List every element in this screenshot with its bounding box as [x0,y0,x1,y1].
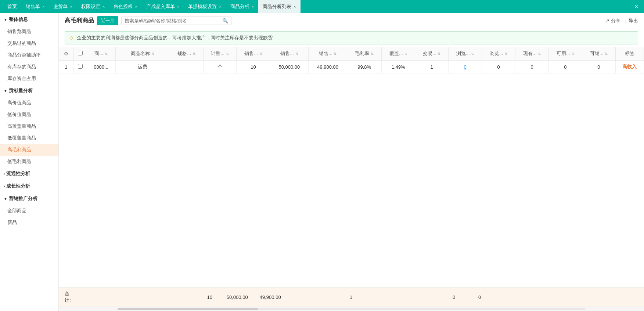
close-roles-icon[interactable]: × [135,4,137,9]
sidebar-item-high-freq[interactable]: 高覆盖量商品 [0,120,58,132]
col-sellable[interactable]: 可销... ⇅ [582,47,615,60]
cell-checkbox[interactable] [73,60,87,73]
filter-recent-month-button[interactable]: 近一月 [97,16,118,25]
scrollbar-track[interactable] [118,308,585,310]
sort-current-icon: ⇅ [538,52,541,56]
info-banner: ◇ 企业的主要的利润都是这部分商品品创造的，可考虑加大推广，同时关注库存是不要出… [65,31,638,44]
export-button[interactable]: ↓ 导出 [625,18,638,24]
search-input[interactable] [125,18,222,23]
sort-sales-cost-icon: ⇅ [334,52,337,56]
close-purchase-icon[interactable]: × [70,4,72,9]
sidebar-group-growth[interactable]: › 成长性分析 [0,180,58,192]
col-sales-cost[interactable]: 销售... ⇅ [309,47,347,60]
close-sales-icon[interactable]: × [42,4,44,9]
cell-sellable: 0 [582,60,615,73]
sidebar-group-wealth[interactable]: ▼ 贡献量分析 [0,84,58,97]
col-current[interactable]: 现有... ⇅ [515,47,549,60]
sort-coverage-icon: ⇅ [404,52,407,56]
sidebar-item-high-value[interactable]: 高价值商品 [0,97,58,109]
footer-spacer9 [415,294,441,300]
expand-arrow-marketing: ▼ [4,197,7,201]
footer-spacer4 [169,294,199,300]
cell-current: 0 [515,60,549,73]
sort-spec-icon: ⇅ [193,52,195,56]
expand-arrow-growth: › [4,184,5,188]
col-coverage[interactable]: 覆盖... ⇅ [382,47,415,60]
nav-permissions[interactable]: 权限设置 × [77,0,109,13]
sort-code-icon: ⇅ [105,52,108,56]
sidebar-group-flow[interactable]: › 流通性分析 [0,167,58,180]
top-nav: 首页 销售单 × 进货单 × 权限设置 × 角色授权 × 产成品入库单 × 单据… [0,0,644,13]
nav-home[interactable]: 首页 [3,0,21,13]
col-transaction[interactable]: 交易... ⇅ [415,47,449,60]
sidebar-item-traded-goods[interactable]: 交易过的商品 [0,37,58,49]
sidebar-item-low-freq[interactable]: 低覆盖量商品 [0,132,58,144]
nav-purchase[interactable]: 进货单 × [49,0,76,13]
nav-roles[interactable]: 角色授权 × [109,0,141,13]
close-analysis-list-icon[interactable]: × [294,4,296,9]
footer-spacer8 [390,294,415,300]
nav-analysis-list[interactable]: 商品分析列表 × [258,0,300,13]
sort-sellable-icon: ⇅ [605,52,608,56]
close-product-in-icon[interactable]: × [177,4,179,9]
expand-arrow-flow: › [4,172,5,176]
col-code[interactable]: 商... ⇅ [87,47,115,60]
nav-template[interactable]: 单据模板设置 × [184,0,226,13]
cell-browse1[interactable]: 0 [449,60,482,73]
col-available[interactable]: 可用... ⇅ [548,47,582,60]
close-template-icon[interactable]: × [219,4,221,9]
nav-sales[interactable]: 销售单 × [21,0,49,13]
sort-unit-icon: ⇅ [226,52,229,56]
cell-spec [170,60,203,73]
sidebar-item-low-margin[interactable]: 低毛利商品 [0,156,58,167]
col-sales-amount[interactable]: 销售... ⇅ [270,47,309,60]
cell-name: 运费 [115,60,170,73]
expand-arrow-wealth: ▼ [4,89,7,93]
settings-icon: ⚙ [64,51,68,57]
footer-label: 合计: [65,290,75,304]
footer-sales-amount: 50,000.00 [221,294,254,300]
col-settings[interactable]: ⚙ [59,47,73,60]
sort-browse2-icon: ⇅ [504,52,507,56]
footer-available: 0 [441,294,467,300]
search-box: 🔍 [121,17,231,25]
col-unit[interactable]: 计量... ⇅ [203,47,237,60]
cell-unit: 个 [203,60,237,73]
sidebar-item-sales-goods[interactable]: 销售览商品 [0,26,58,37]
col-margin-rate[interactable]: 毛利率 ⇅ [347,47,382,60]
col-browse1[interactable]: 浏览... ⇅ [449,47,482,60]
cell-available: 0 [548,60,582,73]
scrollbar-thumb[interactable] [118,308,258,310]
nav-analysis[interactable]: 商品分析 × [226,0,258,13]
nav-product-in[interactable]: 产成品入库单 × [142,0,184,13]
select-all-checkbox[interactable] [78,51,83,55]
close-analysis-icon[interactable]: × [252,4,254,9]
col-tag: 标签 [615,47,644,60]
cell-code: 0000... [87,60,115,73]
sidebar-item-low-value[interactable]: 低价值商品 [0,109,58,120]
sidebar-item-stock-occupation[interactable]: 库存资金占用 [0,73,58,84]
col-name[interactable]: 商品名称 ⇅ [115,47,170,60]
app-close-button[interactable]: × [632,3,641,10]
footer-sales-qty: 10 [199,294,221,300]
header-actions: ↗ 分享 ↓ 导出 [605,18,638,24]
sort-sales-qty-icon: ⇅ [259,52,262,56]
sort-browse1-icon: ⇅ [471,52,474,56]
sidebar-item-new-goods[interactable]: 新品 [0,217,58,228]
sidebar-group-overview[interactable]: ▼ 整体信息 [0,13,58,26]
col-browse2[interactable]: 浏览... ⇅ [482,47,515,60]
sidebar-item-stocked-goods[interactable]: 有库存的商品 [0,61,58,73]
close-permissions-icon[interactable]: × [102,4,105,9]
page-title: 高毛利商品 [65,17,94,25]
sidebar-item-high-margin[interactable]: 高毛利商品 [0,144,58,156]
sidebar-item-all-goods[interactable]: 全部商品 [0,205,58,217]
row-checkbox[interactable] [78,64,83,69]
sidebar-item-category-help[interactable]: 商品分类辅助率 [0,49,58,61]
share-button[interactable]: ↗ 分享 [605,18,620,24]
col-spec[interactable]: 规格... ⇅ [170,47,203,60]
footer-values: 10 50,000.00 49,900.00 1 0 0 [83,294,638,300]
col-sales-qty[interactable]: 销售... ⇅ [237,47,270,60]
search-icon[interactable]: 🔍 [222,18,228,23]
cell-seq: 1 [59,60,73,73]
sidebar-group-marketing[interactable]: ▼ 营销推广分析 [0,192,58,205]
